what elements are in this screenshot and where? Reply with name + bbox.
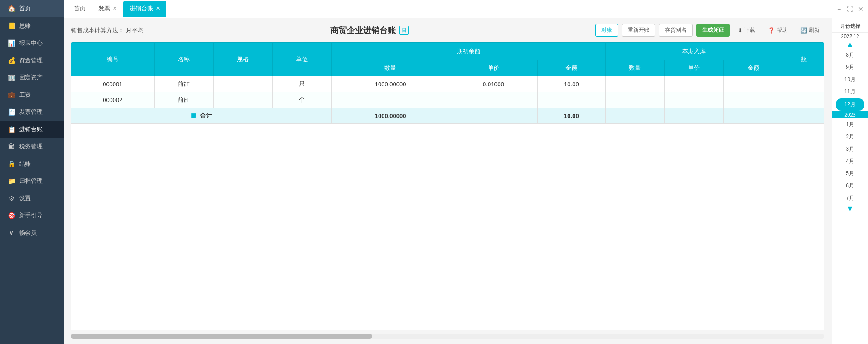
ledger-icon: 📒	[7, 22, 15, 30]
download-button[interactable]: ⬇ 下载	[733, 24, 760, 36]
month-item-7[interactable]: 7月	[832, 192, 868, 204]
tab-inventory[interactable]: 进销台账 ✕	[123, 1, 166, 17]
sidebar-item-guide[interactable]: 🎯 新手引导	[0, 207, 64, 224]
cell-in-price-2	[664, 92, 723, 108]
total-in-amount	[724, 108, 783, 124]
window-maximize-button[interactable]: ⛶	[846, 5, 853, 13]
window-controls: − ⛶ ✕	[835, 5, 864, 13]
sidebar-item-assets[interactable]: 🏢 固定资产	[0, 69, 64, 86]
cost-method-value: 月平均	[126, 26, 144, 34]
refresh-icon: 🔄	[800, 27, 807, 34]
cell-spec-1	[213, 76, 272, 92]
month-item-6[interactable]: 6月	[832, 180, 868, 192]
total-icon: ▦	[191, 112, 196, 119]
col-in-price: 单价	[664, 60, 723, 76]
month-item-4[interactable]: 4月	[832, 155, 868, 167]
cell-opening-amount-2	[537, 92, 605, 108]
invoice-mgmt-icon: 🧾	[7, 108, 15, 116]
sidebar-item-member[interactable]: V 畅会员	[0, 224, 64, 241]
help-button[interactable]: ❓ 帮助	[763, 24, 792, 36]
cell-opening-price-2	[449, 92, 538, 108]
year-2022-label: 2022.12	[832, 33, 868, 40]
sidebar-item-funds[interactable]: 💰 资金管理	[0, 52, 64, 69]
tab-invoice-close[interactable]: ✕	[113, 5, 117, 11]
archive-icon: 📁	[7, 177, 15, 185]
content-area: 销售成本计算方法： 月平均 商贸企业进销台账 目 对账 重新开账 存货别名 生成…	[64, 18, 868, 344]
inventory-table: 编号 名称 规格 单位 期初余额 本期入库 数 数量 单价 金额 数	[71, 42, 824, 124]
month-item-5[interactable]: 5月	[832, 167, 868, 180]
table-header-row: 编号 名称 规格 单位 期初余额 本期入库 数	[71, 43, 824, 60]
total-in-qty	[605, 108, 664, 124]
tab-home[interactable]: 首页	[67, 1, 92, 17]
horizontal-scrollbar[interactable]	[71, 334, 824, 339]
refresh-button[interactable]: 🔄 刷新	[796, 24, 824, 36]
tab-inventory-close[interactable]: ✕	[156, 5, 160, 11]
sidebar-item-settings[interactable]: ⚙ 设置	[0, 190, 64, 207]
month-scroll-up-button[interactable]: ▲	[846, 40, 855, 49]
generate-voucher-button[interactable]: 生成凭证	[696, 24, 730, 37]
cell-spec-2	[213, 92, 272, 108]
col-opening-price: 单价	[449, 60, 538, 76]
cost-method: 销售成本计算方法： 月平均	[71, 26, 144, 34]
total-trailing	[783, 108, 824, 124]
cell-in-qty-1	[605, 76, 664, 92]
total-opening-price	[449, 108, 538, 124]
sidebar-item-inventory[interactable]: 📋 进销台账	[0, 121, 64, 138]
sidebar-item-archive[interactable]: 📁 归档管理	[0, 172, 64, 190]
cell-code-1: 000001	[71, 76, 155, 92]
window-close-button[interactable]: ✕	[857, 5, 864, 13]
month-item-1[interactable]: 1月	[832, 118, 868, 131]
table-row[interactable]: 000002 前缸 个	[71, 92, 824, 108]
month-scroll-down-button[interactable]: ▼	[846, 204, 855, 213]
sidebar-item-ledger[interactable]: 📒 总账	[0, 17, 64, 34]
total-in-price	[664, 108, 723, 124]
month-item-12[interactable]: 12月	[836, 98, 864, 111]
sidebar-item-tax[interactable]: 🏛 税务管理	[0, 138, 64, 155]
cell-code-2: 000002	[71, 92, 155, 108]
sidebar-item-home[interactable]: 🏠 首页	[0, 0, 64, 17]
reconcile-button[interactable]: 对账	[595, 24, 618, 37]
save-alias-button[interactable]: 存货别名	[659, 24, 693, 37]
window-minimize-button[interactable]: −	[835, 5, 843, 13]
page-main: 销售成本计算方法： 月平均 商贸企业进销台账 目 对账 重新开账 存货别名 生成…	[64, 18, 832, 344]
col-in-qty: 数量	[605, 60, 664, 76]
salary-icon: 💼	[7, 91, 15, 99]
month-item-2[interactable]: 2月	[832, 131, 868, 143]
reopen-button[interactable]: 重新开账	[622, 24, 655, 37]
month-panel: 月份选择 2022.12 ▲ 8月 9月 10月 11月 12月 2023 1月…	[832, 18, 868, 344]
scrollbar-thumb[interactable]	[71, 334, 372, 339]
settings-icon: ⚙	[7, 194, 15, 202]
cell-unit-1: 只	[272, 76, 331, 92]
assets-icon: 🏢	[7, 74, 15, 82]
sidebar-item-salary[interactable]: 💼 工资	[0, 86, 64, 103]
cell-opening-price-1: 0.01000	[449, 76, 538, 92]
month-item-8[interactable]: 8月	[832, 49, 868, 61]
toolbar: 销售成本计算方法： 月平均 商贸企业进销台账 目 对账 重新开账 存货别名 生成…	[71, 24, 824, 37]
col-code: 编号	[71, 43, 155, 76]
cell-opening-qty-1: 1000.00000	[332, 76, 449, 92]
tab-invoice[interactable]: 发票 ✕	[92, 1, 123, 17]
sidebar-item-invoice-mgmt[interactable]: 🧾 发票管理	[0, 103, 64, 121]
cell-unit-2: 个	[272, 92, 331, 108]
cell-in-price-1	[664, 76, 723, 92]
cell-trailing-1	[783, 76, 824, 92]
download-icon: ⬇	[738, 27, 743, 34]
cost-method-label: 销售成本计算方法：	[71, 26, 124, 34]
sidebar-item-close[interactable]: 🔒 结账	[0, 155, 64, 172]
table-row[interactable]: 000001 前缸 只 1000.00000 0.01000 10.00	[71, 76, 824, 92]
cell-name-2: 前缸	[154, 92, 213, 108]
inventory-table-container: 编号 名称 规格 单位 期初余额 本期入库 数 数量 单价 金额 数	[71, 42, 824, 330]
home-icon: 🏠	[7, 5, 15, 13]
col-spec: 规格	[213, 43, 272, 76]
cell-opening-qty-2	[332, 92, 449, 108]
month-item-10[interactable]: 10月	[832, 74, 868, 86]
month-item-3[interactable]: 3月	[832, 143, 868, 155]
year-2023-marker: 2023	[832, 111, 868, 118]
tax-icon: 🏛	[7, 143, 15, 151]
month-item-9[interactable]: 9月	[832, 61, 868, 74]
funds-icon: 💰	[7, 56, 15, 64]
month-item-11[interactable]: 11月	[832, 86, 868, 98]
cell-in-amount-1	[724, 76, 783, 92]
page-info-icon[interactable]: 目	[399, 26, 409, 35]
sidebar-item-reports[interactable]: 📊 报表中心	[0, 34, 64, 52]
